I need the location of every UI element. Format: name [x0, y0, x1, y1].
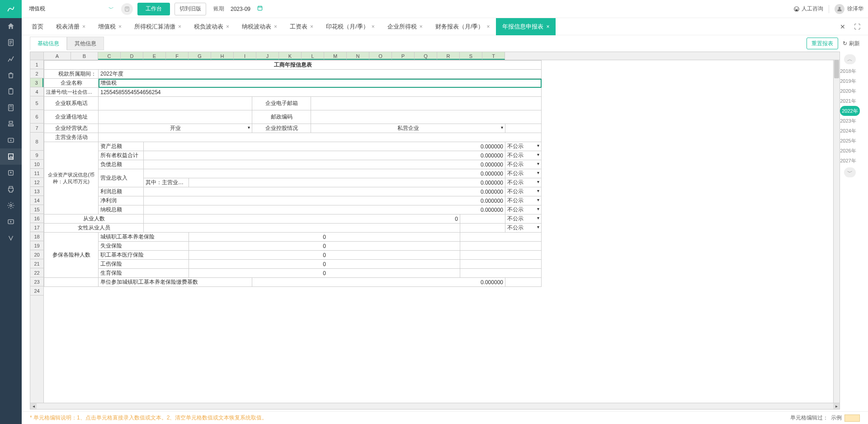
row-header[interactable]: 1 [30, 60, 43, 69]
note-button[interactable] [121, 3, 133, 15]
row-header[interactable]: 6 [30, 110, 43, 124]
cell[interactable] [505, 278, 542, 287]
column-header[interactable]: I [234, 52, 256, 60]
cell[interactable] [460, 260, 542, 269]
nav-chart-icon[interactable] [0, 51, 22, 67]
cell[interactable]: 0.000000 [144, 196, 505, 205]
year-scroll-up-button[interactable]: ︿ [844, 54, 856, 64]
vertical-scrollbar[interactable] [833, 60, 840, 403]
cell[interactable]: 0.000000 [144, 169, 505, 178]
cell[interactable]: 企业资产状况信息(币种：人民币万元) [44, 142, 99, 214]
cell[interactable]: 2022年度 [99, 70, 542, 79]
dropdown-cell[interactable]: 开业 [99, 124, 252, 133]
column-header[interactable]: R [437, 52, 460, 60]
column-header[interactable]: A [44, 52, 71, 60]
company-selector[interactable]: 增值税 ﹀ [26, 3, 117, 15]
column-header[interactable]: L [302, 52, 324, 60]
close-icon[interactable]: × [420, 24, 423, 30]
cell[interactable] [311, 97, 542, 110]
cell[interactable] [99, 110, 252, 124]
cell[interactable]: 职工基本医疗保险 [99, 251, 189, 260]
cell[interactable] [460, 242, 542, 251]
sheet-grid[interactable]: 工商年报信息表 税款所属期间：2022年度 企业名称增值税 注册号/统一社会信用… [44, 60, 542, 287]
year-item[interactable]: 2019年 [840, 76, 859, 86]
close-icon[interactable]: × [274, 24, 277, 30]
fullscreen-button[interactable]: ⛶ [852, 21, 863, 32]
cell[interactable]: 0 [189, 242, 460, 251]
column-header[interactable]: N [347, 52, 369, 60]
nav-report-icon[interactable] [0, 148, 22, 165]
close-icon[interactable]: × [486, 24, 490, 30]
cell[interactable]: 资产总额 [99, 142, 144, 151]
nav-bag-icon[interactable] [0, 67, 22, 83]
dropdown-cell[interactable]: 不公示 [505, 214, 542, 224]
nav-money-icon[interactable] [0, 132, 22, 148]
cell[interactable]: 净利润 [99, 196, 144, 205]
column-header[interactable]: M [324, 52, 347, 60]
cell[interactable]: 0.000000 [189, 178, 505, 187]
column-header[interactable]: C [98, 52, 121, 60]
row-header[interactable]: 18 [30, 232, 43, 241]
year-item[interactable]: 2026年 [840, 146, 859, 156]
cell[interactable]: 女性从业人员 [44, 224, 144, 233]
cell[interactable]: 0.000000 [144, 151, 505, 160]
cell[interactable]: 企业控股情况 [252, 124, 311, 133]
tab-item[interactable]: 增值税× [92, 18, 128, 35]
cell[interactable]: 邮政编码 [252, 110, 311, 124]
year-item[interactable]: 2021年 [840, 96, 859, 106]
year-item[interactable]: 2027年 [840, 156, 859, 166]
cell[interactable]: 0.000000 [144, 205, 505, 214]
cell[interactable]: 利润总额 [99, 187, 144, 196]
row-header[interactable]: 22 [30, 268, 43, 277]
cell[interactable]: 0 [144, 214, 460, 224]
close-icon[interactable]: × [310, 24, 313, 30]
cell[interactable]: 企业通信地址 [44, 110, 99, 124]
cell[interactable]: 企业联系电话 [44, 97, 99, 110]
cell[interactable]: 从业人数 [44, 214, 144, 224]
column-header[interactable]: K [279, 52, 302, 60]
column-header[interactable]: F [166, 52, 189, 60]
column-header[interactable]: T [482, 52, 505, 60]
selected-cell[interactable]: 增值税 [99, 79, 542, 88]
column-header[interactable]: P [392, 52, 415, 60]
nav-settings-icon[interactable] [0, 197, 22, 214]
cell[interactable] [144, 224, 460, 233]
row-header[interactable]: 5 [30, 96, 43, 110]
nav-home-icon[interactable] [0, 18, 22, 34]
dropdown-cell[interactable]: 不公示 [505, 205, 542, 214]
consult-link[interactable]: 人工咨询 [793, 5, 823, 13]
row-header[interactable]: 13 [30, 187, 43, 196]
cell[interactable] [44, 278, 99, 287]
cell[interactable]: 失业保险 [99, 242, 189, 251]
dropdown-cell[interactable]: 私营企业 [311, 124, 505, 133]
cell[interactable] [460, 269, 542, 278]
dropdown-cell[interactable]: 不公示 [505, 169, 542, 178]
close-all-tabs-button[interactable]: ✕ [837, 21, 848, 32]
row-header[interactable]: 23 [30, 277, 43, 286]
nav-calc-icon[interactable] [0, 100, 22, 116]
cell[interactable]: 0 [189, 269, 460, 278]
nav-stamp-icon[interactable] [0, 116, 22, 132]
tab-item[interactable]: 所得税汇算清缴× [128, 18, 188, 35]
year-scroll-down-button[interactable]: ﹀ [844, 167, 856, 177]
cell[interactable]: 0 [189, 233, 460, 242]
row-header[interactable]: 3 [30, 78, 43, 87]
column-header[interactable]: D [121, 52, 143, 60]
cell[interactable]: 12554585554554656254 [99, 88, 542, 97]
tab-item[interactable]: 纳税波动表× [236, 18, 283, 35]
workspace-button[interactable]: 工作台 [137, 3, 170, 15]
dropdown-cell[interactable]: 不公示 [505, 178, 542, 187]
cell[interactable]: 0 [189, 251, 460, 260]
close-icon[interactable]: × [372, 24, 375, 30]
year-item[interactable]: 2020年 [840, 86, 859, 96]
dropdown-cell[interactable]: 不公示 [505, 151, 542, 160]
select-all-corner[interactable] [30, 52, 44, 60]
dropdown-cell[interactable]: 不公示 [505, 142, 542, 151]
cell[interactable]: 0.000000 [252, 278, 505, 287]
row-header[interactable]: 20 [30, 250, 43, 259]
cell[interactable]: 纳税总额 [99, 205, 144, 214]
nav-v-icon[interactable] [0, 230, 22, 246]
column-header[interactable]: S [460, 52, 482, 60]
cell[interactable]: 营业总收入 [99, 169, 144, 187]
spreadsheet[interactable]: ABCDEFGHIJKLMNOPQRST 1 2 3 4 5 6 7 8 9 1… [30, 52, 840, 410]
